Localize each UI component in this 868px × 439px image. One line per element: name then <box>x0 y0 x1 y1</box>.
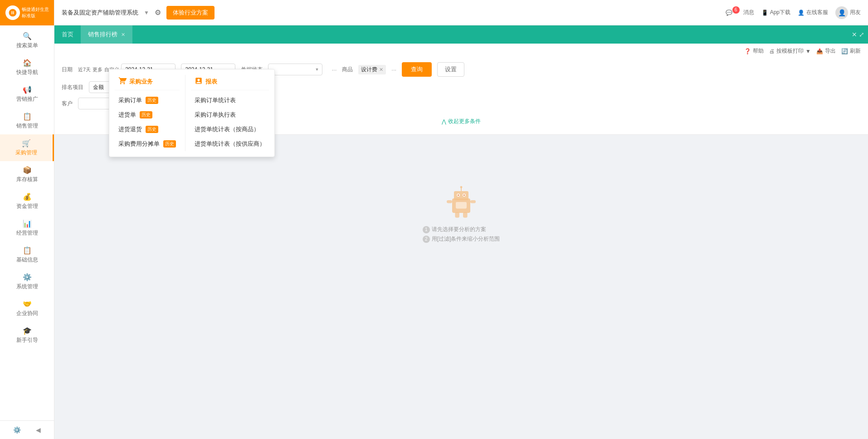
purchase-icon: 🛒 <box>22 139 31 148</box>
logo-line1: 畅捷通好生意 <box>22 6 49 13</box>
report-section-icon <box>195 77 203 86</box>
home-icon: 🏠 <box>23 59 32 67</box>
report-section-title: 报表 <box>191 75 269 90</box>
footer-collapse-btn[interactable]: ◀ <box>36 426 41 434</box>
message-label: 消息 <box>743 9 754 16</box>
sidebar-item-search[interactable]: 🔍 搜索菜单 <box>0 27 54 54</box>
top-header: 装备及固定资产辅助管理系统 ▼ ⚙ 体验行业方案 💬 6 消息 📱 App下载 … <box>54 0 868 25</box>
service-icon: 👤 <box>798 10 805 16</box>
history-badge-0: 历史 <box>146 97 158 104</box>
phone-icon: 📱 <box>761 10 768 16</box>
menu-item-incoming-stat-supplier[interactable]: 进货单统计表（按供应商） <box>191 137 269 151</box>
sidebar-item-quick-nav[interactable]: 🏠 快捷导航 <box>0 54 54 81</box>
app-download-btn[interactable]: 📱 App下载 <box>761 9 790 16</box>
basic-icon: 📋 <box>23 246 32 255</box>
sidebar-item-sales[interactable]: 📋 销售管理 <box>0 108 54 134</box>
history-badge-2: 历史 <box>146 126 158 133</box>
industry-btn[interactable]: 体验行业方案 <box>166 6 215 20</box>
sidebar-item-marketing[interactable]: 📢 营销推广 <box>0 81 54 108</box>
message-btn[interactable]: 💬 6 消息 <box>726 9 754 16</box>
logo-line2: 标准版 <box>22 13 49 19</box>
marketing-icon: 📢 <box>23 85 32 94</box>
purchase-section-title: 采购业务 <box>115 75 180 90</box>
report-section: 报表 采购订单统计表 采购订单执行表 进货单统计表（按商品） 进货单统计表（按供… <box>185 75 274 151</box>
sidebar: 畅捷通好生意 标准版 🔍 搜索菜单 🏠 快捷导航 📢 营销推广 📋 销售管理 🛒… <box>0 0 54 439</box>
content-area: ❓ 帮助 🖨 按模板打印 ▼ 📤 导出 🔄 刷新 日期 <box>54 44 868 439</box>
tab-bar: 首页 销售排行榜 ✕ ✕ ⤢ <box>54 25 868 44</box>
header-settings-btn[interactable]: ⚙ <box>155 8 161 17</box>
menu-item-purchase-order-exec[interactable]: 采购订单执行表 <box>191 108 269 122</box>
logo-icon <box>5 5 20 20</box>
sidebar-item-finance[interactable]: 💰 资金管理 <box>0 188 54 215</box>
purchase-dropdown-menu: 采购业务 采购订单 历史 进货单 历史 进货退货 历史 <box>109 69 275 157</box>
online-service-btn[interactable]: 👤 在线客服 <box>798 9 828 16</box>
menu-item-purchase-order-stat[interactable]: 采购订单统计表 <box>191 93 269 108</box>
search-icon: 🔍 <box>23 32 32 40</box>
sidebar-item-operation[interactable]: 📊 经营管理 <box>0 215 54 242</box>
message-icon: 💬 <box>726 10 732 16</box>
footer-settings-btn[interactable]: ⚙️ <box>13 426 21 434</box>
dropdown-overlay: 采购业务 采购订单 历史 进货单 历史 进货退货 历史 <box>109 44 868 439</box>
date-preset-7days[interactable]: 近7天 <box>78 66 91 73</box>
sidebar-item-basic[interactable]: 📋 基础信息 <box>0 242 54 268</box>
sidebar-item-enterprise[interactable]: 🤝 企业协同 <box>0 295 54 322</box>
sidebar-navigation: 🔍 搜索菜单 🏠 快捷导航 📢 营销推广 📋 销售管理 🛒 采购管理 📦 库存核… <box>0 25 54 420</box>
tab-bar-right: ✕ ⤢ <box>852 31 868 38</box>
tab-sales-rank[interactable]: 销售排行榜 ✕ <box>81 25 132 44</box>
inventory-icon: 📦 <box>23 166 32 174</box>
tab-expand-btn[interactable]: ⤢ <box>859 31 864 38</box>
customer-label: 客户 <box>62 100 73 108</box>
user-name: 用友 <box>850 9 861 16</box>
menu-item-incoming[interactable]: 进货单 历史 <box>115 108 180 122</box>
sidebar-logo: 畅捷通好生意 标准版 <box>0 0 54 25</box>
enterprise-icon: 🤝 <box>23 300 32 308</box>
tab-close-all-btn[interactable]: ✕ <box>852 31 857 38</box>
system-icon: ⚙️ <box>23 273 32 281</box>
finance-icon: 💰 <box>23 192 32 201</box>
user-menu-btn[interactable]: 👤 用友 <box>835 6 861 19</box>
history-badge-3: 历史 <box>163 140 176 148</box>
history-badge-1: 历史 <box>140 111 152 118</box>
guide-icon: 🎓 <box>23 326 32 335</box>
sales-icon: 📋 <box>23 112 32 121</box>
sidebar-item-purchase[interactable]: 🛒 采购管理 <box>0 134 54 161</box>
purchase-section-icon <box>118 77 127 86</box>
menu-item-cost[interactable]: 采购费用分摊单 历史 <box>115 137 180 151</box>
header-dropdown-btn[interactable]: ▼ <box>144 10 149 16</box>
menu-item-purchase-order[interactable]: 采购订单 历史 <box>115 93 180 108</box>
sidebar-footer: ⚙️ ◀ <box>0 420 54 439</box>
tab-close-btn[interactable]: ✕ <box>121 32 125 38</box>
user-avatar: 👤 <box>835 6 848 19</box>
menu-item-return[interactable]: 进货退货 历史 <box>115 122 180 137</box>
operation-icon: 📊 <box>23 219 32 228</box>
date-label: 日期 <box>62 66 73 74</box>
header-right: 💬 6 消息 📱 App下载 👤 在线客服 👤 用友 <box>726 6 861 19</box>
message-badge: 6 <box>732 6 740 14</box>
rank-label: 排名项目 <box>62 84 83 91</box>
date-preset-more[interactable]: 更多 <box>93 66 102 73</box>
sidebar-item-inventory[interactable]: 📦 库存核算 <box>0 161 54 188</box>
menu-item-incoming-stat-goods[interactable]: 进货单统计表（按商品） <box>191 122 269 137</box>
main-wrapper: 装备及固定资产辅助管理系统 ▼ ⚙ 体验行业方案 💬 6 消息 📱 App下载 … <box>54 0 868 439</box>
system-title: 装备及固定资产辅助管理系统 <box>62 9 138 17</box>
purchase-section: 采购业务 采购订单 历史 进货单 历史 进货退货 历史 <box>109 75 185 151</box>
sidebar-item-guide[interactable]: 🎓 新手引导 <box>0 322 54 349</box>
sidebar-item-system[interactable]: ⚙️ 系统管理 <box>0 268 54 295</box>
tab-home[interactable]: 首页 <box>54 25 81 44</box>
